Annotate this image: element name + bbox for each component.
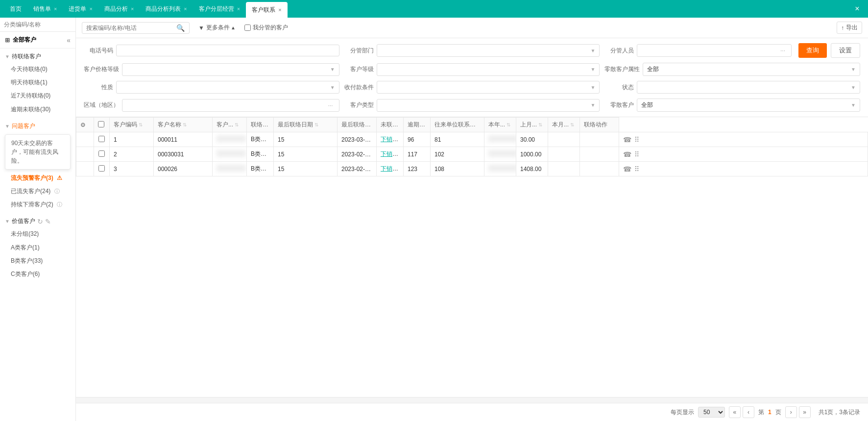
contact-sort-icon[interactable]: ⇅ — [269, 122, 273, 127]
tab-product-analysis[interactable]: 商品分析 × — [98, 0, 140, 18]
last-page-button[interactable]: » — [799, 406, 811, 418]
price-grade-select[interactable]: ▼ — [122, 63, 339, 76]
main-search-icon[interactable]: 🔍 — [176, 24, 185, 32]
row-lastway-link-2[interactable]: 下销货单 — [381, 165, 404, 172]
sidebar-item-ungrouped[interactable]: 未分组(32) — [0, 227, 75, 241]
dept-select[interactable]: ▼ — [377, 44, 600, 57]
lastdate-sort-icon[interactable]: ⇅ — [314, 122, 318, 127]
name-sort-icon[interactable]: ⇅ — [183, 122, 187, 127]
code-sort-icon[interactable]: ⇅ — [139, 122, 143, 127]
row-check-0[interactable] — [94, 132, 110, 147]
row-lastway-link-1[interactable]: 下销货单 — [381, 150, 404, 157]
tab-product-analysis-close[interactable]: × — [131, 6, 134, 12]
row-contact-icon-2[interactable]: ☎ — [623, 165, 631, 173]
row-more-icon-2[interactable]: ⠿ — [634, 165, 639, 173]
row-checkbox-2[interactable] — [98, 165, 105, 172]
main-search-input[interactable] — [86, 25, 174, 31]
row-contact-icon-1[interactable]: ☎ — [623, 150, 631, 158]
unit-sort-icon[interactable]: ⇅ — [477, 122, 481, 127]
next-page-button[interactable]: › — [785, 406, 797, 418]
customer-type-select[interactable]: ▼ — [377, 99, 600, 112]
filter-row-payment: 收付款条件 ▼ — [344, 81, 600, 94]
row-checkbox-1[interactable] — [98, 150, 105, 157]
th-gear[interactable]: ⚙ — [76, 118, 94, 132]
page-size-select[interactable]: 50 100 200 — [698, 407, 725, 418]
customer-grade-select[interactable]: ▼ — [377, 63, 600, 76]
value-customer-arrow: ▼ — [5, 219, 10, 224]
sidebar-all-customers[interactable]: ⊞ 全部客户 « — [0, 32, 75, 49]
sidebar-item-c-class[interactable]: C类客户(6) — [0, 268, 75, 281]
sidebar-search-input[interactable] — [4, 21, 76, 28]
row-lastway-link-0[interactable]: 下销货单 — [381, 136, 404, 143]
sidebar-item-churned[interactable]: 已流失客户(24) ⓘ — [0, 185, 75, 198]
tab-purchase[interactable]: 进货单 × — [63, 0, 98, 18]
thismonth-sort-icon[interactable]: ⇅ — [570, 122, 574, 127]
first-page-button[interactable]: « — [729, 406, 741, 418]
th-uncontact: 未联... ⇅ — [377, 118, 404, 132]
row-code-0: 000011 — [154, 132, 213, 147]
my-customer-checkbox-input[interactable] — [244, 25, 251, 31]
th-code: 客户编码 ⇅ — [110, 118, 154, 132]
phone-input[interactable] — [116, 45, 339, 56]
row-checkbox-0[interactable] — [98, 136, 105, 142]
filter-row-customer-type: 客户类型 ▼ — [344, 99, 600, 112]
query-button[interactable]: 查询 — [798, 43, 827, 58]
horizontal-scrollbar[interactable] — [76, 397, 868, 403]
tab-customer-segment-close[interactable]: × — [237, 6, 240, 12]
select-all-checkbox[interactable] — [98, 121, 104, 127]
tab-sales-close[interactable]: × — [54, 6, 57, 12]
prev-page-button[interactable]: ‹ — [743, 406, 754, 418]
tab-purchase-close[interactable]: × — [89, 6, 92, 12]
sidebar-item-b-class[interactable]: B类客户(33) — [0, 254, 75, 268]
payment-select[interactable]: ▼ — [377, 81, 600, 94]
region-dots[interactable]: ··· — [326, 102, 335, 109]
export-button[interactable]: ↑ 导出 — [837, 22, 862, 34]
my-customer-filter[interactable]: 我分管的客户 — [244, 24, 288, 32]
more-filter-button[interactable]: ▼ 更多条件 ▲ — [194, 22, 240, 33]
lastmonth-sort-icon[interactable]: ⇅ — [538, 122, 542, 127]
sidebar-collapse-icon[interactable]: « — [67, 36, 71, 44]
sidebar-item-a-class[interactable]: A类客户(1) — [0, 241, 75, 254]
person-select[interactable]: ··· — [637, 44, 792, 57]
nature-select[interactable]: ▼ — [116, 81, 339, 94]
sidebar-item-today[interactable]: 今天待联络(0) — [0, 63, 75, 76]
tab-product-analysis-list-close[interactable]: × — [184, 6, 187, 12]
row-contact-icon-0[interactable]: ☎ — [623, 136, 631, 144]
tab-customer-contact[interactable]: 客户联系 × — [246, 2, 287, 18]
problem-customer-header[interactable]: ▼ 问题客户 — [0, 120, 75, 132]
tab-customer-segment[interactable]: 客户分层经营 × — [193, 0, 246, 18]
row-more-icon-1[interactable]: ⠿ — [634, 150, 639, 158]
status-select[interactable]: ▼ — [637, 81, 860, 94]
row-lastway-1[interactable]: 下销货单 — [377, 147, 404, 162]
setting-button[interactable]: 设置 — [831, 43, 860, 58]
row-check-2[interactable] — [94, 162, 110, 176]
scatter-attr-select[interactable]: 全部 ▼ — [643, 63, 860, 76]
row-lastway-0[interactable]: 下销货单 — [377, 132, 404, 147]
sidebar-item-tomorrow[interactable]: 明天待联络(1) — [0, 76, 75, 89]
type-sort-icon[interactable]: ⇅ — [235, 122, 239, 127]
tab-home[interactable]: 首页 — [4, 0, 27, 18]
row-thismonth-0 — [580, 132, 619, 147]
row-check-1[interactable] — [94, 147, 110, 162]
th-check[interactable] — [94, 118, 110, 132]
row-lastway-2[interactable]: 下销货单 — [377, 162, 404, 176]
person-dots[interactable]: ··· — [778, 47, 787, 54]
uncontact-sort-icon[interactable]: ⇅ — [399, 122, 403, 127]
tab-product-analysis-list[interactable]: 商品分析列表 × — [140, 0, 193, 18]
pending-contact-header[interactable]: ▼ 待联络客户 — [0, 50, 75, 63]
region-select[interactable]: ··· — [122, 99, 339, 112]
tab-customer-contact-close[interactable]: × — [278, 7, 281, 13]
value-customer-edit-icon[interactable]: ✎ — [45, 218, 51, 225]
overdue-sort-icon[interactable]: ⇅ — [426, 122, 430, 127]
close-all-button[interactable]: × — [850, 2, 864, 16]
value-customer-header[interactable]: ▼ 价值客户 ↻ ✎ — [0, 215, 75, 227]
year-sort-icon[interactable]: ⇅ — [506, 122, 510, 127]
scatter-select[interactable]: 全部 ▼ — [637, 99, 860, 112]
sidebar-item-7days[interactable]: 近7天待联络(0) — [0, 89, 75, 102]
sidebar-item-declining[interactable]: 持续下滑客户(2) ⓘ — [0, 198, 75, 211]
row-more-icon-0[interactable]: ⠿ — [634, 136, 639, 144]
tab-sales[interactable]: 销售单 × — [27, 0, 63, 18]
value-customer-refresh-icon[interactable]: ↻ — [37, 218, 43, 225]
sidebar-item-overdue-contact[interactable]: 逾期未联络(30) — [0, 103, 75, 116]
sidebar-item-churn-warning[interactable]: 流失预警客户(3) ⚠ — [0, 172, 75, 185]
